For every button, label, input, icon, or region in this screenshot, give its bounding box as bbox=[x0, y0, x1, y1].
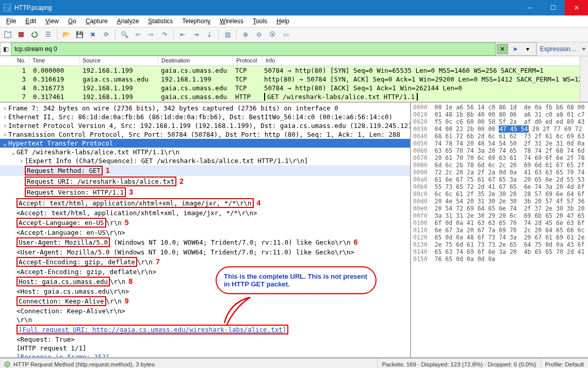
menu-edit[interactable]: Edit bbox=[21, 17, 40, 26]
detail-accept[interactable]: Accept: text/html, application/xhtml+xml… bbox=[19, 199, 236, 207]
filter-bookmark-icon[interactable]: ◧ bbox=[0, 42, 11, 56]
expert-info-icon[interactable] bbox=[4, 361, 10, 367]
filter-apply-icon[interactable]: ➤ bbox=[510, 44, 520, 54]
open-icon[interactable]: 📂 bbox=[60, 29, 72, 40]
maximize-button[interactable]: ☐ bbox=[542, 0, 565, 15]
bytes-row[interactable]: 0030 04 00 22 2b 00 00 47 45 54 20 2f 77… bbox=[413, 125, 586, 133]
detail-accept-encoding[interactable]: Accept-Encoding: gzip, deflate bbox=[17, 257, 137, 267]
col-no[interactable]: No. bbox=[0, 56, 29, 66]
resize-cols-icon[interactable]: ▭ bbox=[280, 29, 291, 40]
filter-clear-icon[interactable]: ✕ bbox=[497, 44, 508, 54]
bytes-row[interactable]: 0120 65 0d 0a 48 6f 73 74 3a 20 67 61 69… bbox=[413, 234, 586, 241]
detail-request-uri[interactable]: Request URI: /wireshark-labs/alice.txt bbox=[25, 177, 176, 186]
menu-help[interactable]: Help bbox=[272, 17, 293, 26]
bytes-row[interactable]: 0090 72 2c 20 2a 2f 2a 0d 0a 41 63 63 65… bbox=[413, 169, 586, 176]
stop-capture-icon[interactable] bbox=[15, 29, 27, 40]
bytes-row[interactable]: 0080 6d 6c 2b 78 6d 6c 2c 20 69 6d 61 67… bbox=[413, 162, 586, 169]
restart-capture-icon[interactable] bbox=[29, 29, 40, 40]
bytes-row[interactable]: 0070 20 61 70 70 6c 69 63 61 74 69 6f 6e… bbox=[413, 154, 586, 162]
filter-history-icon[interactable]: ▾ bbox=[522, 44, 533, 54]
close-button[interactable]: ✕ bbox=[565, 0, 588, 15]
bytes-row[interactable]: 0140 65 63 74 69 6f 6e 3a 20 4b 65 65 70… bbox=[413, 248, 586, 255]
close-file-icon[interactable]: ✖ bbox=[87, 29, 99, 40]
packet-list[interactable]: No. Time Source Destination Protocol Inf… bbox=[0, 56, 588, 103]
filter-add-button[interactable]: + bbox=[580, 42, 588, 56]
detail-expert-info[interactable]: [Expert Info (Chat/Sequence): GET /wires… bbox=[25, 157, 308, 165]
bytes-row[interactable]: 0060 63 65 70 74 3a 20 74 65 78 74 2f 68… bbox=[413, 147, 586, 154]
detail-connection[interactable]: Connection: Keep-Alive bbox=[17, 296, 106, 306]
next-icon[interactable]: ⇨ bbox=[145, 29, 157, 40]
detail-eth[interactable]: Ethernet II, Src: 86:1d:de:0a:fb:b6 (86:… bbox=[8, 113, 393, 121]
bytes-row[interactable]: 0010 01 48 1b 8b 40 00 80 06 a6 31 c0 a8… bbox=[413, 111, 586, 118]
menu-capture[interactable]: Capture bbox=[81, 17, 112, 26]
detail-accept-language[interactable]: Accept-Language: en-US bbox=[17, 218, 106, 228]
first-icon[interactable]: ⇤ bbox=[177, 29, 188, 40]
col-protocol[interactable]: Protocol bbox=[233, 56, 263, 66]
detail-accept-language-raw[interactable]: <Accept-Language: en-US\r\n> bbox=[17, 229, 125, 236]
bytes-row[interactable]: 00d0 20 4e 54 20 31 30 2e 30 3b 20 57 4f… bbox=[413, 198, 586, 205]
bytes-row[interactable]: 0020 f5 0c c6 60 00 50 5f 2a af d0 ed ed… bbox=[413, 118, 586, 125]
detail-full-request-uri[interactable]: [Full request URI: http://gaia.cs.umass.… bbox=[19, 326, 286, 333]
bytes-row[interactable]: 00f0 3a 31 31 2e 30 29 20 6c 69 6b 65 20… bbox=[413, 212, 586, 219]
zoom-in-icon[interactable]: ⊕ bbox=[240, 29, 251, 40]
detail-host[interactable]: Host: gaia.cs.umass.edu bbox=[17, 277, 110, 286]
detail-request-method[interactable]: Request Method: GET bbox=[25, 166, 103, 175]
prev-icon[interactable]: ⇦ bbox=[132, 29, 143, 40]
detail-request-true[interactable]: <Request: True> bbox=[17, 335, 75, 343]
bytes-row[interactable]: 0100 6f 0d 0a 41 63 63 65 70 74 2d 45 6e… bbox=[413, 219, 586, 227]
bytes-row[interactable]: 00b0 55 73 65 72 2d 41 67 65 6e 74 3a 20… bbox=[413, 183, 586, 190]
col-source[interactable]: Source bbox=[79, 56, 158, 66]
last-icon[interactable]: ⇥ bbox=[190, 29, 202, 40]
start-capture-icon[interactable] bbox=[2, 29, 13, 40]
menu-view[interactable]: View bbox=[41, 17, 63, 26]
menu-telephony[interactable]: Telephony bbox=[178, 17, 215, 26]
menu-tools[interactable]: Tools bbox=[249, 17, 271, 26]
zoom-reset-icon[interactable]: ⦿ bbox=[267, 29, 278, 40]
detail-http-request-num[interactable]: [HTTP request 1/1] bbox=[17, 344, 86, 352]
packet-row[interactable]: 70.317461192.168.1.199gaia.cs.umass.eduH… bbox=[0, 92, 588, 101]
detail-crlf[interactable]: \r\n bbox=[17, 316, 32, 324]
detail-request-line[interactable]: GET /wireshark-labs/alice.txt HTTP/1.1\r… bbox=[17, 148, 179, 156]
colorize-icon[interactable]: ▤ bbox=[222, 29, 233, 40]
menu-analyze[interactable]: Analyze bbox=[113, 17, 143, 26]
bytes-row[interactable]: 00a0 61 6e 67 75 61 67 65 3a 20 65 6e 2d… bbox=[413, 176, 586, 183]
packet-list-scrollbar[interactable] bbox=[580, 56, 588, 102]
goto-icon[interactable]: ↷ bbox=[159, 29, 170, 40]
packet-row[interactable]: 40.316773192.168.1.199gaia.cs.umass.eduT… bbox=[0, 84, 588, 92]
packet-bytes-pane[interactable]: 0000 00 1e a6 56 14 c0 86 1d de 0a fb b6… bbox=[410, 103, 588, 357]
bytes-row[interactable]: 00c0 6c 6c 61 2f 35 2e 30 20 28 57 69 6e… bbox=[413, 190, 586, 198]
bytes-row[interactable]: 0040 68 61 72 6b 2d 6c 61 62 73 2f 61 6c… bbox=[413, 133, 586, 140]
col-info[interactable]: Info bbox=[263, 56, 588, 66]
detail-request-version[interactable]: Request Version: HTTP/1.1 bbox=[25, 187, 126, 197]
detail-host-raw[interactable]: <Host: gaia.cs.umass.edu\r\n> bbox=[17, 287, 129, 295]
status-profile[interactable]: Profile: Default bbox=[541, 359, 588, 368]
col-destination[interactable]: Destination bbox=[158, 56, 233, 66]
detail-connection-raw[interactable]: <Connection: Keep-Alive\r\n> bbox=[17, 307, 125, 315]
bytes-row[interactable]: 0110 6e 67 3a 20 67 7a 69 70 2c 20 64 65… bbox=[413, 227, 586, 234]
detail-tcp[interactable]: Transmission Control Protocol, Src Port:… bbox=[8, 131, 400, 138]
packet-details-pane[interactable]: ›Frame 7: 342 bytes on wire (2736 bits),… bbox=[0, 103, 410, 357]
bytes-row[interactable]: 0050 74 78 74 20 48 54 54 50 2f 31 2e 31… bbox=[413, 140, 586, 147]
reload-icon[interactable]: ⟳ bbox=[101, 29, 112, 40]
menu-wireless[interactable]: Wireless bbox=[216, 17, 248, 26]
find-icon[interactable]: 🔍 bbox=[119, 29, 130, 40]
packet-row[interactable]: 30.316619gaia.cs.umass.edu192.168.1.199T… bbox=[0, 75, 588, 84]
bytes-row[interactable]: 0000 00 1e a6 56 14 c0 86 1d de 0a fb b6… bbox=[413, 104, 586, 111]
col-time[interactable]: Time bbox=[29, 56, 79, 66]
bytes-row[interactable]: 00e0 20 54 72 69 64 65 6e 74 2f 37 2e 30… bbox=[413, 205, 586, 212]
minimize-button[interactable]: ─ bbox=[518, 0, 542, 15]
save-icon[interactable]: 💾 bbox=[74, 29, 85, 40]
detail-response-in-frame[interactable]: [Response in frame: 152] bbox=[17, 353, 110, 357]
detail-user-agent-raw[interactable]: <User-Agent: Mozilla/5.0 (Windows NT 10.… bbox=[17, 248, 354, 256]
bytes-row[interactable]: 0130 2e 75 6d 61 73 73 2e 65 64 75 0d 0a… bbox=[413, 241, 586, 248]
bytes-row[interactable]: 0150 76 65 0d 0a 0d 0a bbox=[413, 255, 586, 263]
menu-statistics[interactable]: Statistics bbox=[144, 17, 177, 26]
packet-row[interactable]: 10.000000192.168.1.199gaia.cs.umass.eduT… bbox=[0, 66, 588, 75]
autoscroll-icon[interactable]: ⤓ bbox=[204, 29, 215, 40]
detail-accept-encoding-raw[interactable]: <Accept-Encoding: gzip, deflate\r\n> bbox=[17, 268, 156, 276]
zoom-out-icon[interactable]: ⊖ bbox=[253, 29, 265, 40]
options-icon[interactable]: ☰ bbox=[42, 29, 54, 40]
menu-file[interactable]: File bbox=[2, 17, 20, 26]
display-filter-input[interactable]: tcp.stream eq 0 bbox=[11, 42, 496, 56]
detail-ip[interactable]: Internet Protocol Version 4, Src: 192.16… bbox=[8, 122, 410, 130]
